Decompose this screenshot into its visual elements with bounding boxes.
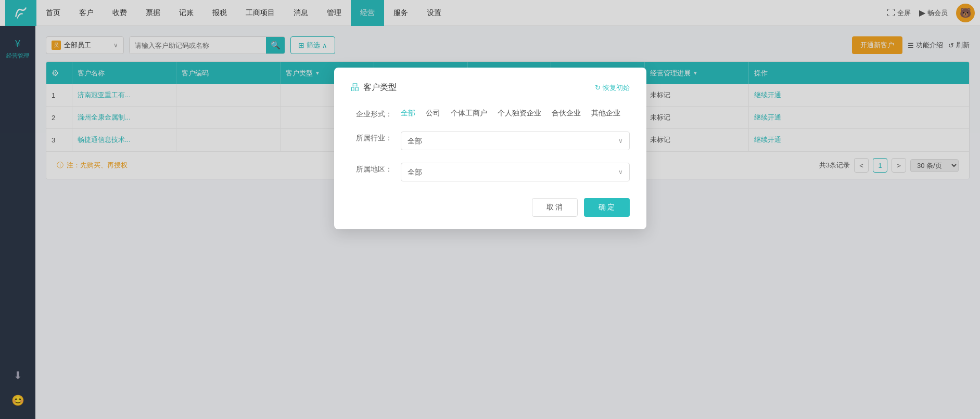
industry-label: 所属行业： xyxy=(351,132,392,143)
industry-chevron: ∨ xyxy=(618,137,623,145)
option-other[interactable]: 其他企业 xyxy=(591,108,620,119)
dialog-restore-button[interactable]: ↻ 恢复初始 xyxy=(595,83,630,93)
filter-dialog: 品 客户类型 ↻ 恢复初始 企业形式： 全部 公司 个体工商户 个人独资企业 合… xyxy=(334,68,646,229)
dialog-footer: 取 消 确 定 xyxy=(351,198,630,217)
filter-dialog-overlay: 品 客户类型 ↻ 恢复初始 企业形式： 全部 公司 个体工商户 个人独资企业 合… xyxy=(0,0,980,419)
option-all[interactable]: 全部 xyxy=(401,108,415,119)
option-individual[interactable]: 个体工商户 xyxy=(451,108,487,119)
region-select-input[interactable]: 全部 xyxy=(408,168,618,176)
enterprise-form-options: 全部 公司 个体工商户 个人独资企业 合伙企业 其他企业 xyxy=(401,108,630,119)
enterprise-form-label: 企业形式： xyxy=(351,108,392,119)
region-label: 所属地区： xyxy=(351,163,392,174)
dialog-title-text: 客户类型 xyxy=(363,82,397,93)
enterprise-form-row: 企业形式： 全部 公司 个体工商户 个人独资企业 合伙企业 其他企业 xyxy=(351,108,630,119)
dialog-title-icon: 品 xyxy=(351,82,359,93)
dialog-title: 品 客户类型 ↻ 恢复初始 xyxy=(351,82,630,93)
region-row: 所属地区： 全部 ∨ xyxy=(351,163,630,181)
restore-label: 恢复初始 xyxy=(603,83,630,93)
dialog-confirm-button[interactable]: 确 定 xyxy=(584,198,630,217)
dialog-cancel-button[interactable]: 取 消 xyxy=(532,198,578,217)
region-select[interactable]: 全部 ∨ xyxy=(401,163,630,181)
industry-select-input[interactable]: 全部 xyxy=(408,137,618,145)
restore-icon: ↻ xyxy=(595,84,601,91)
industry-select[interactable]: 全部 ∨ xyxy=(401,132,630,150)
option-partnership[interactable]: 合伙企业 xyxy=(552,108,581,119)
option-sole[interactable]: 个人独资企业 xyxy=(498,108,541,119)
region-chevron: ∨ xyxy=(618,168,623,176)
option-company[interactable]: 公司 xyxy=(426,108,440,119)
industry-row: 所属行业： 全部 ∨ xyxy=(351,132,630,150)
